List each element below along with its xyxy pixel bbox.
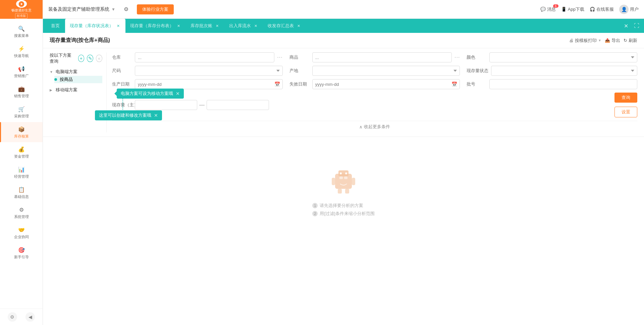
scheme-sub-dot	[54, 78, 57, 81]
scheme-panel: 按以下方案查询 + ✎ «	[50, 52, 107, 132]
mobile-expand-icon: ▶	[50, 88, 54, 92]
sidebar-item-purchase[interactable]: 🛒 采购管理	[0, 102, 43, 122]
edit-tooltip-text: 这里可以创建和修改方案哦	[99, 112, 151, 118]
filter-right-panel: 仓库 ··· 商品 ··· 颜色	[107, 52, 637, 132]
origin-label: 产地	[289, 68, 310, 74]
tab-home[interactable]: 首页	[46, 19, 65, 33]
trial-btn[interactable]: 体验行业方案	[137, 4, 174, 14]
sidebar-item-finance[interactable]: 💰 资金管理	[0, 142, 43, 162]
notification-icon: 💬	[540, 7, 546, 12]
tab-inventory-dist-close[interactable]: ✕	[176, 23, 181, 29]
add-tooltip-close[interactable]: ✕	[176, 91, 180, 96]
system-title-dropdown-icon[interactable]: ▼	[111, 7, 115, 12]
app-download-btn[interactable]: 📱 App下载	[561, 6, 584, 12]
scheme-sub-label-product: 按商品	[60, 76, 73, 83]
tab-close-all-icon[interactable]: ✕	[621, 21, 631, 31]
expiry-date-label: 失效日期	[289, 81, 310, 87]
edit-tooltip-close[interactable]: ✕	[154, 113, 158, 118]
sidebar-item-sales[interactable]: 💼 销售管理	[0, 82, 43, 102]
search-actions: 查询 设置	[614, 93, 637, 117]
expiry-date-calendar-icon[interactable]: 📅	[451, 82, 457, 87]
search-btn[interactable]: 查询	[614, 93, 637, 103]
collapse-icon[interactable]: ◀	[25, 312, 35, 322]
tab-inout-flow[interactable]: 出入库流水 ✕	[224, 19, 263, 33]
user-label: 用户	[630, 6, 639, 12]
online-support-btn[interactable]: 🎧 在线客服	[590, 6, 614, 12]
settings-icon[interactable]: ⚙	[8, 312, 17, 322]
origin-field: 产地	[289, 66, 460, 76]
sidebar-item-inventory[interactable]: 📦 库存核算	[0, 122, 43, 142]
sidebar-item-quicknav[interactable]: ⚡ 快速导航	[0, 42, 43, 62]
prev-scheme-btn[interactable]: «	[96, 55, 102, 62]
tab-batch-account-close[interactable]: ✕	[214, 23, 220, 29]
tab-inout-flow-close[interactable]: ✕	[253, 23, 258, 29]
filter-section: 按以下方案查询 + ✎ «	[43, 48, 644, 137]
sidebar-item-newbie[interactable]: 🎯 新手引导	[0, 243, 43, 263]
sidebar-label-enterprise: 企业协同	[14, 234, 29, 239]
page-header: 现存量查询(按仓库+商品) 🖨 按模板打印 ▼ 📤 导出 ↻ 刷新	[43, 33, 644, 48]
tab-inventory-dist[interactable]: 现存量（库存分布表） ✕	[125, 19, 186, 33]
step-2-text: 用[过滤]条件来缩小分析范围	[320, 211, 374, 217]
prod-date-input-wrap: 📅	[135, 79, 283, 89]
svg-rect-12	[345, 189, 349, 194]
notification-btn[interactable]: 💬 消息 6	[540, 6, 556, 12]
product-input[interactable]	[312, 52, 452, 62]
size-select[interactable]	[135, 66, 283, 76]
refresh-icon: ↻	[624, 38, 627, 43]
sidebar-item-operation[interactable]: 📊 经营管理	[0, 162, 43, 182]
tab-recv-summary[interactable]: 收发存汇总表 ✕	[263, 19, 306, 33]
origin-select[interactable]	[312, 66, 460, 76]
expiry-date-input-wrap: 📅	[312, 79, 460, 89]
tab-batch-account-label: 库存批次账	[191, 23, 212, 29]
svg-rect-7	[339, 176, 343, 179]
svg-point-6	[345, 172, 347, 174]
color-label: 颜色	[467, 54, 487, 60]
tab-batch-account[interactable]: 库存批次账 ✕	[186, 19, 224, 33]
filter-row4: 现存量（主） — 查询 设置	[112, 93, 637, 117]
inventory-status-select[interactable]	[491, 66, 637, 76]
sidebar-icon-marketing: 📢	[18, 65, 25, 72]
filter-body: 按以下方案查询 + ✎ «	[50, 52, 637, 132]
scheme-sub-row-product[interactable]: 按商品	[54, 76, 102, 83]
tab-inout-flow-label: 出入库流水	[229, 23, 251, 29]
header-settings-btn[interactable]: ⚙	[121, 4, 131, 15]
sidebar-item-basic[interactable]: 📋 基础信息	[0, 182, 43, 203]
sidebar-label-sales: 销售管理	[14, 94, 29, 99]
prod-date-input[interactable]	[135, 79, 283, 89]
template-print-arrow: ▼	[598, 39, 601, 42]
desktop-scheme-row[interactable]: ▼ 电脑端方案	[50, 68, 102, 76]
sidebar-item-enterprise[interactable]: 🤝 企业协同	[0, 223, 43, 243]
tab-inventory-status-close[interactable]: ✕	[115, 23, 121, 29]
sidebar-item-marketing[interactable]: 📢 营销推广	[0, 62, 43, 82]
refresh-btn[interactable]: ↻ 刷新	[624, 38, 637, 44]
product-dots[interactable]: ···	[454, 54, 460, 60]
template-print-btn[interactable]: 🖨 按模板打印 ▼	[569, 38, 601, 44]
collapse-conditions-btn[interactable]: ∧ 收起更多条件	[112, 121, 637, 132]
add-scheme-btn[interactable]: +	[78, 55, 85, 62]
export-label: 导出	[611, 38, 620, 44]
sidebar-bottom: ⚙ ◀	[0, 309, 43, 325]
batch-no-input[interactable]	[489, 79, 637, 89]
desktop-scheme-label: 电脑端方案	[56, 69, 77, 75]
reset-btn[interactable]: 设置	[614, 107, 637, 117]
sidebar-nav: 🔍 搜索菜单 ⚡ 快速导航 📢 营销推广 💼 销售管理 🛒 采购管理 📦 库存核…	[0, 19, 43, 309]
tab-fullscreen-icon[interactable]: ⛶	[632, 21, 641, 31]
inventory-max-input[interactable]	[207, 100, 269, 110]
warehouse-dots[interactable]: ···	[277, 54, 282, 60]
user-btn[interactable]: 👤 用户	[619, 5, 639, 14]
inventory-min-input[interactable]	[135, 100, 197, 110]
sidebar-item-system[interactable]: ⚙ 系统管理	[0, 203, 43, 223]
sidebar-item-search[interactable]: 🔍 搜索菜单	[0, 21, 43, 42]
system-title-container: 装备及固定资产辅助管理系统 ▼	[48, 6, 115, 12]
edit-scheme-btn[interactable]: ✎	[87, 55, 93, 62]
warehouse-input[interactable]	[135, 52, 274, 62]
tab-inventory-dist-label: 现存量（库存分布表）	[130, 23, 174, 29]
expiry-date-input[interactable]	[312, 79, 460, 89]
tab-inventory-status[interactable]: 现存量（库存状况表） ✕	[65, 19, 125, 33]
app-download-label: App下载	[568, 6, 584, 12]
export-btn[interactable]: 📤 导出	[605, 38, 620, 44]
color-select[interactable]	[489, 52, 637, 62]
prod-date-calendar-icon[interactable]: 📅	[274, 82, 280, 87]
tab-recv-summary-close[interactable]: ✕	[296, 23, 301, 29]
mobile-scheme-row[interactable]: ▶ 移动端方案	[50, 86, 102, 94]
